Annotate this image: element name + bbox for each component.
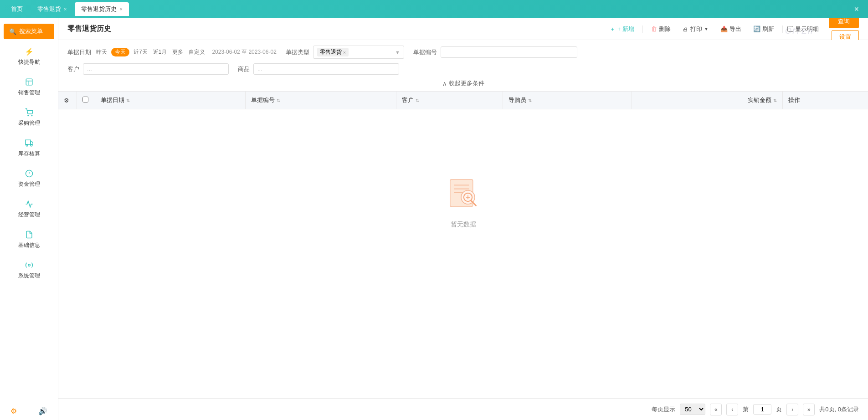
sidebar-item-basic-label: 基础信息 (18, 241, 40, 249)
query-button[interactable]: 查询 (829, 18, 859, 28)
shortcut-more[interactable]: 更多 (171, 48, 185, 56)
delete-label: 删除 (659, 25, 671, 33)
goods-filter-select[interactable]: ... (253, 63, 399, 75)
page-summary: 共0页, 0条记录 (819, 405, 859, 414)
settings-bottom-icon[interactable]: ⚙ (10, 407, 17, 415)
sidebar-item-operation[interactable]: 经营管理 (0, 194, 58, 224)
display-detail-label: 显示明细 (795, 25, 819, 33)
filter-row-1: 单据日期 昨天 今天 近7天 近1月 更多 自定义 2023-06-02 至 2… (67, 46, 859, 59)
sidebar-item-system[interactable]: 系统管理 (0, 255, 58, 285)
sidebar-item-inventory[interactable]: 库存核算 (0, 133, 58, 163)
sidebar-item-basic[interactable]: 基础信息 (0, 224, 58, 255)
collapse-button[interactable]: ∧ 收起更多条件 (442, 79, 484, 87)
type-filter-tag: 零售退货 × (317, 48, 349, 56)
divider1 (642, 26, 643, 33)
basic-icon (24, 230, 34, 240)
table-header-row: ⚙ 单据日期 ⇅ 单据编号 (58, 92, 868, 109)
table-area: ⚙ 单据日期 ⇅ 单据编号 (58, 92, 868, 398)
system-icon (24, 260, 34, 270)
svg-point-5 (26, 144, 28, 146)
page-size-label: 每页显示 (652, 405, 675, 414)
collapse-label: 收起更多条件 (449, 79, 484, 87)
select-all-checkbox[interactable] (82, 97, 88, 102)
th-date-label: 单据日期 (101, 96, 124, 104)
tab-retail-return-history-label: 零售退货历史 (81, 5, 117, 13)
tab-retail-return-history-close[interactable]: × (119, 6, 122, 12)
sort-customer-icon: ⇅ (416, 98, 419, 103)
customer-filter-group: 客户 ... (67, 63, 229, 75)
date-range-display: 2023-06-02 至 2023-06-02 (212, 48, 276, 56)
shortcut-today[interactable]: 今天 (111, 48, 129, 56)
page-header: 零售退货历史 ＋ + 新增 🗑 删除 🖨 打印 ▼ 📤 (58, 18, 868, 40)
shortcut-custom[interactable]: 自定义 (187, 48, 206, 56)
tab-retail-return-label: 零售退货 (37, 5, 61, 13)
sidebar-item-system-label: 系统管理 (18, 272, 40, 280)
goods-placeholder: ... (257, 66, 262, 72)
display-detail-checkbox[interactable] (787, 26, 793, 32)
shortcut-7days[interactable]: 近7天 (132, 48, 149, 56)
export-button[interactable]: 📤 导出 (717, 23, 745, 35)
sidebar-item-quick-nav[interactable]: ⚡ 快捷导航 (0, 41, 58, 72)
quick-nav-icon: ⚡ (24, 46, 34, 56)
first-page-btn[interactable]: « (710, 404, 722, 415)
filter-area: 单据日期 昨天 今天 近7天 近1月 更多 自定义 2023-06-02 至 2… (58, 40, 868, 92)
th-number-label: 单据编号 (251, 96, 275, 104)
tab-home[interactable]: 首页 (5, 2, 29, 16)
th-customer-label: 客户 (402, 96, 414, 104)
last-page-btn[interactable]: » (803, 404, 815, 415)
shortcut-yesterday[interactable]: 昨天 (95, 48, 108, 56)
add-icon: ＋ (610, 25, 616, 33)
print-button[interactable]: 🖨 打印 ▼ (679, 23, 712, 35)
goods-filter-group: 商品 ... (238, 63, 399, 75)
purchase-icon (24, 108, 34, 118)
th-amount[interactable]: 实销金额 ⇅ (632, 92, 782, 109)
next-page-btn[interactable]: › (786, 404, 798, 415)
tab-retail-return-close[interactable]: × (64, 6, 67, 12)
th-number[interactable]: 单据编号 ⇅ (246, 92, 396, 109)
empty-icon (441, 172, 486, 213)
sort-number-icon: ⇅ (277, 98, 280, 103)
audio-icon[interactable]: 🔊 (38, 407, 47, 415)
type-filter-select[interactable]: 零售退货 × ▼ (313, 46, 404, 59)
th-customer[interactable]: 客户 ⇅ (396, 92, 503, 109)
tab-retail-return-history[interactable]: 零售退货历史 × (75, 2, 128, 16)
type-filter-tag-remove[interactable]: × (343, 50, 346, 55)
sidebar-item-sales[interactable]: 销售管理 (0, 72, 58, 102)
th-guide[interactable]: 导购员 ⇅ (503, 92, 632, 109)
sidebar-search[interactable]: 🔍 搜索菜单 (4, 24, 54, 39)
refresh-label: 刷新 (762, 25, 774, 33)
top-bar: 首页 零售退货 × 零售退货历史 × × (0, 0, 868, 18)
sidebar-item-operation-label: 经营管理 (18, 211, 40, 219)
empty-state: 暂无数据 (58, 109, 868, 292)
type-filter-group: 单据类型 零售退货 × ▼ (286, 46, 404, 59)
th-amount-label: 实销金额 (748, 96, 771, 104)
customer-filter-select[interactable]: ... (83, 63, 229, 75)
sidebar-item-finance[interactable]: 资金管理 (0, 163, 58, 194)
number-filter-label: 单据编号 (413, 48, 437, 56)
number-filter-input[interactable] (441, 46, 577, 58)
prev-page-btn[interactable]: ‹ (726, 404, 738, 415)
window-close-button[interactable]: × (849, 5, 863, 14)
add-button[interactable]: ＋ + 新增 (606, 23, 638, 35)
tab-retail-return[interactable]: 零售退货 × (31, 2, 73, 16)
refresh-button[interactable]: 🔄 刷新 (750, 23, 778, 35)
page-size-select[interactable]: 50 100 200 (680, 404, 705, 415)
delete-icon: 🗑 (651, 26, 657, 32)
page-number-input[interactable] (753, 404, 771, 415)
table-settings-icon[interactable]: ⚙ (64, 97, 69, 104)
svg-point-6 (31, 144, 32, 146)
export-label: 导出 (729, 25, 741, 33)
sidebar: 🔍 搜索菜单 ⚡ 快捷导航 销售管理 采购管理 库存核算 (0, 18, 58, 420)
th-action: 操作 (782, 92, 868, 109)
shortcut-1month[interactable]: 近1月 (152, 48, 169, 56)
number-filter-group: 单据编号 (413, 46, 577, 58)
th-date[interactable]: 单据日期 ⇅ (95, 92, 246, 109)
delete-button[interactable]: 🗑 删除 (647, 23, 674, 35)
svg-point-2 (31, 115, 32, 116)
th-settings[interactable]: ⚙ (58, 92, 77, 109)
svg-rect-3 (25, 140, 30, 144)
th-checkbox[interactable] (77, 92, 95, 109)
type-filter-label: 单据类型 (286, 48, 309, 56)
content-area: 零售退货历史 ＋ + 新增 🗑 删除 🖨 打印 ▼ 📤 (58, 18, 868, 420)
sidebar-item-purchase[interactable]: 采购管理 (0, 102, 58, 133)
